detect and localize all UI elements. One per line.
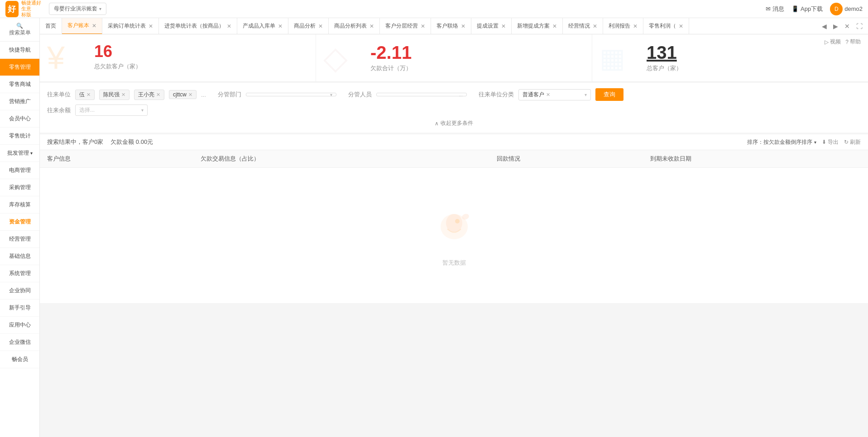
video-btn[interactable]: ▷ 视频: [825, 38, 841, 46]
tab-close-all-btn[interactable]: ✕: [843, 22, 852, 31]
close-icon[interactable]: ✕: [278, 23, 283, 29]
tag-value: 普通客户: [523, 91, 544, 99]
refresh-icon: ↻: [844, 139, 849, 145]
remain-select[interactable]: 选择... ▾: [75, 104, 148, 116]
tab-purchase-stat-by-product[interactable]: 进货单统计表（按商品） ✕: [159, 18, 237, 34]
data-table: 客户信息 欠款交易信息（占比） 回款情况 到期未收款日期: [40, 150, 868, 303]
sidebar-item-inventory[interactable]: 库存核算: [0, 196, 39, 214]
sidebar-item-enterprise[interactable]: 企业协同: [0, 282, 39, 299]
chevron-down-icon: ▾: [141, 108, 144, 113]
tab-new-improve-plan[interactable]: 新增提成方案 ✕: [512, 18, 563, 34]
sidebar-item-sys-mgmt[interactable]: 系统管理: [0, 265, 39, 282]
remove-tag-unit-1[interactable]: ✕: [121, 92, 125, 98]
tab-next-btn[interactable]: ▶: [831, 22, 840, 31]
tab-label: 首页: [45, 22, 56, 30]
sidebar-item-batch-mgmt[interactable]: 批发管理 ▾: [0, 145, 39, 162]
tab-purchase-order-stat[interactable]: 采购订单统计表 ✕: [102, 18, 159, 34]
close-icon[interactable]: ✕: [318, 23, 323, 29]
person-select[interactable]: ...: [376, 93, 467, 96]
message-icon: ✉: [766, 5, 771, 12]
close-icon[interactable]: ✕: [149, 23, 153, 29]
sidebar-item-app-center[interactable]: 应用中心: [0, 317, 39, 334]
tab-label: 商品分析列表: [334, 22, 367, 30]
collapse-btn[interactable]: ∧ 收起更多条件: [47, 119, 861, 127]
tab-expand-btn[interactable]: ⛶: [854, 22, 864, 31]
tab-prev-btn[interactable]: ◀: [820, 22, 829, 31]
sidebar-item-new-guide[interactable]: 新手引导: [0, 299, 39, 317]
sidebar-item-vip-member[interactable]: 畅会员: [0, 351, 39, 368]
app-download-label: App下载: [801, 5, 823, 13]
remove-tag-unit-0[interactable]: ✕: [86, 92, 91, 98]
sidebar-item-quick-nav[interactable]: 快捷导航: [0, 42, 39, 59]
sidebar-item-member-center[interactable]: 会员中心: [0, 110, 39, 128]
tab-home[interactable]: 首页: [40, 18, 62, 34]
sidebar-item-zero-mall[interactable]: 零售商城: [0, 76, 39, 93]
stat-card-total-credit-customers: ¥ 16 总欠款客户（家）: [40, 34, 316, 81]
tab-label: 产成品入库单: [243, 22, 275, 30]
tab-customer-connect[interactable]: 客户联络 ✕: [431, 18, 471, 34]
tab-bar-end: ◀ ▶ ✕ ⛶: [816, 22, 868, 31]
remove-tag-unit-2[interactable]: ✕: [156, 92, 160, 98]
tab-retail-profit[interactable]: 零售利润（ ✕: [643, 18, 689, 34]
tab-product-inbound[interactable]: 产成品入库单 ✕: [237, 18, 288, 34]
sidebar-search[interactable]: 🔍 搜索菜单: [0, 18, 39, 42]
table-empty-row: 暂无数据: [40, 168, 868, 304]
stat-card-total-debt: ◇ -2.11 欠款合计（万）: [316, 34, 592, 81]
sidebar-item-ops-mgmt[interactable]: 经营管理: [0, 231, 39, 248]
sidebar-item-marketing[interactable]: 营销推广: [0, 93, 39, 110]
app-download-btn[interactable]: 📱 App下载: [791, 5, 823, 13]
category-label: 往来单位分类: [479, 90, 514, 99]
stat-value-credit-customers: 16: [53, 43, 302, 60]
refresh-btn[interactable]: ↻ 刷新: [844, 138, 861, 146]
help-btn[interactable]: ? 帮助: [845, 38, 861, 46]
export-btn[interactable]: ⬇ 导出: [822, 138, 839, 146]
close-icon[interactable]: ✕: [227, 23, 231, 29]
close-icon[interactable]: ✕: [421, 23, 425, 29]
remove-tag-unit-3[interactable]: ✕: [188, 92, 192, 98]
stat-card-total-customers: ▷ 视频 ? 帮助 ▦ 131 总客户（家）: [592, 34, 868, 81]
tab-label: 客户账本: [67, 22, 89, 29]
query-button[interactable]: 查询: [595, 88, 623, 101]
message-btn[interactable]: ✉ 消息: [766, 5, 784, 13]
sidebar-item-zero-stat[interactable]: 零售统计: [0, 128, 39, 145]
close-icon[interactable]: ✕: [633, 23, 638, 29]
sidebar-item-zero-retail[interactable]: 零售管理: [0, 59, 39, 76]
sidebar-item-basic-info[interactable]: 基础信息: [0, 248, 39, 265]
stats-row: ¥ 16 总欠款客户（家） ◇ -2.11 欠款合计（万） ▷ 视频: [40, 34, 868, 82]
tab-ops-situation[interactable]: 经营情况 ✕: [563, 18, 603, 34]
sort-select[interactable]: 排序：按欠款金额倒序排序 ▾: [747, 138, 816, 146]
tab-product-analysis-list[interactable]: 商品分析列表 ✕: [329, 18, 380, 34]
sidebar-item-wechat-biz[interactable]: 企业微信: [0, 334, 39, 351]
tab-profit-report[interactable]: 利润报告 ✕: [603, 18, 643, 34]
tab-label: 进货单统计表（按商品）: [164, 22, 224, 30]
remove-tag-category-0[interactable]: ✕: [546, 92, 550, 98]
dept-select[interactable]: ▾: [246, 93, 336, 96]
more-tags-btn[interactable]: ...: [201, 91, 206, 98]
stat-value-debt: -2.11: [330, 43, 578, 62]
tab-customer-tier[interactable]: 客户分层经营 ✕: [380, 18, 431, 34]
close-icon[interactable]: ✕: [501, 23, 506, 29]
sidebar-item-label: 库存核算: [4, 201, 36, 209]
stat-bg-icon-3: ▦: [599, 42, 625, 74]
filter-tag-unit-2: 王小亮 ✕: [134, 90, 164, 100]
tab-label: 新增提成方案: [517, 22, 550, 30]
tab-customer-balance[interactable]: 客户账本 ✕: [62, 18, 102, 34]
category-select[interactable]: 普通客户 ✕ ▾: [518, 89, 591, 100]
close-icon[interactable]: ✕: [593, 23, 597, 29]
sidebar-item-ecom-mgmt[interactable]: 电商管理: [0, 162, 39, 179]
tab-product-analysis[interactable]: 商品分析 ✕: [288, 18, 329, 34]
close-icon[interactable]: ✕: [679, 23, 683, 29]
tab-improve-settings[interactable]: 提成设置 ✕: [471, 18, 512, 34]
close-icon[interactable]: ✕: [552, 23, 557, 29]
close-icon[interactable]: ✕: [369, 23, 374, 29]
sidebar-item-capital-mgmt[interactable]: 资金管理: [0, 214, 39, 231]
close-icon[interactable]: ✕: [92, 23, 96, 29]
filter-row-2: 往来余额 选择... ▾: [47, 104, 861, 116]
sidebar-item-purchase-mgmt[interactable]: 采购管理: [0, 179, 39, 196]
close-icon[interactable]: ✕: [461, 23, 465, 29]
account-selector[interactable]: 母婴行业演示账套 ▾: [49, 3, 106, 15]
sidebar-item-label: 批发管理: [7, 149, 29, 157]
empty-state: 暂无数据: [40, 168, 868, 303]
user-area[interactable]: D demo2: [830, 3, 863, 15]
collapse-label: 收起更多条件: [441, 119, 473, 127]
